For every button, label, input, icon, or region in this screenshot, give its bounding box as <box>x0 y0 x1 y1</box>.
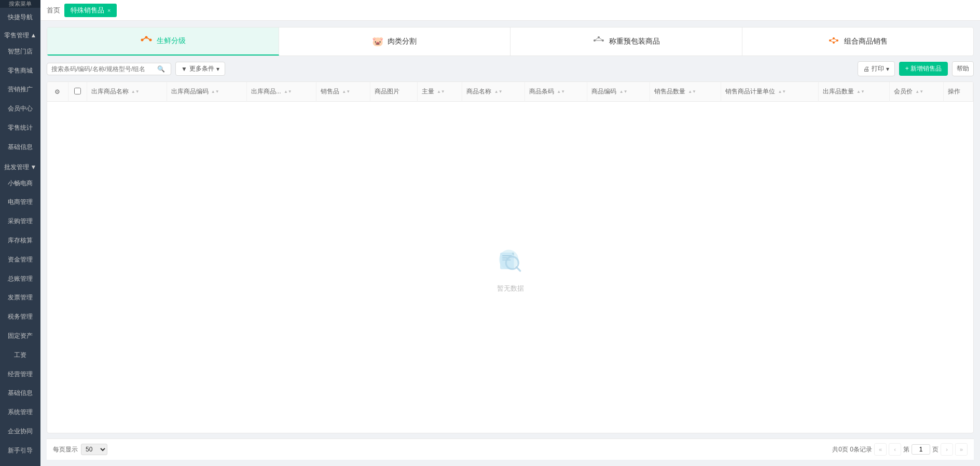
sidebar-item-ecom-mgmt[interactable]: 电商管理 <box>0 193 40 212</box>
sidebar-item-retail-stats[interactable]: 零售统计 <box>0 118 40 138</box>
sidebar-item-sys-mgmt[interactable]: 系统管理 <box>0 403 40 422</box>
data-table: ⚙ 出库商品名称 ▲▼ 出库商品编码 ▲▼ <box>47 82 973 102</box>
per-page-select[interactable]: 50 100 <box>81 444 107 455</box>
sidebar-item-purchase-mgmt[interactable]: 采购管理 <box>0 212 40 231</box>
th-product-name[interactable]: 商品名称 ▲▼ <box>462 82 524 102</box>
cat-tab-label: 肉类分割 <box>388 37 417 46</box>
filter-label: 更多条件 <box>189 64 214 73</box>
sidebar-item-labor[interactable]: 工资 <box>0 346 40 365</box>
th-outbound-code[interactable]: 出库商品编码 ▲▼ <box>167 82 246 102</box>
sidebar-item-label: 资金管理 <box>8 255 33 264</box>
sidebar-item-label: 采购管理 <box>8 217 33 226</box>
sidebar-item-label: 企业协同 <box>8 427 33 436</box>
sidebar-item-quick-nav[interactable]: 快捷导航 <box>0 8 40 27</box>
sidebar-item-basic-info[interactable]: 基础信息 <box>0 138 40 157</box>
sidebar-item-label: 电商管理 <box>8 198 33 207</box>
toolbar-right: 🖨 打印 ▾ + 新增销售品 帮助 <box>858 61 974 76</box>
category-tabs: 生鲜分级 🐷 肉类分割 称重预包装商品 <box>47 27 974 56</box>
sidebar-item-member-center[interactable]: 会员中心 <box>0 99 40 118</box>
tab-close-icon[interactable]: × <box>107 7 111 13</box>
cat-tab-label: 生鲜分级 <box>157 36 186 46</box>
th-outbound-spec[interactable]: 出库商品... ▲▼ <box>246 82 316 102</box>
sidebar-item-new-guide[interactable]: 新手引导 <box>0 441 40 460</box>
sort-arrows: ▲▼ <box>342 90 350 94</box>
cat-tab-label: 组合商品销售 <box>844 37 888 46</box>
svg-line-9 <box>599 37 603 40</box>
chevron-down-icon: ▼ <box>31 163 37 171</box>
sidebar-item-sales-promo[interactable]: 营销推广 <box>0 80 40 99</box>
th-member-price[interactable]: 会员价 ▲▼ <box>889 82 943 102</box>
sidebar-item-label: 税务管理 <box>8 312 33 321</box>
sidebar-item-inventory[interactable]: 库存核算 <box>0 231 40 250</box>
sort-arrows: ▲▼ <box>437 90 445 94</box>
sidebar-item-invoice-mgmt[interactable]: 发票管理 <box>0 288 40 307</box>
sidebar-item-retail-mgmt[interactable]: 零售管理 ▲ <box>0 27 40 42</box>
sidebar-item-batch-mgmt[interactable]: 批发管理 ▼ <box>0 159 40 174</box>
sidebar-logo[interactable]: 搜索菜单 <box>0 0 40 8</box>
svg-line-17 <box>834 40 837 43</box>
sort-arrows: ▲▼ <box>131 90 140 94</box>
main-content: 首页 特殊销售品 × 生鲜分级 <box>40 0 980 466</box>
help-button[interactable]: 帮助 <box>952 61 974 76</box>
sidebar-item-label: 新手引导 <box>8 446 33 455</box>
fresh-grade-icon <box>140 35 153 48</box>
print-button[interactable]: 🖨 打印 ▾ <box>858 61 895 76</box>
sidebar-item-basic-info2[interactable]: 基础信息 <box>0 383 40 403</box>
prev-page-button[interactable]: ‹ <box>889 443 901 456</box>
cat-tab-fresh-grade[interactable]: 生鲜分级 <box>47 28 279 56</box>
sidebar-item-capital-mgmt[interactable]: 资金管理 <box>0 250 40 269</box>
settings-icon[interactable]: ⚙ <box>0 460 40 466</box>
select-all-checkbox[interactable] <box>74 88 81 94</box>
svg-line-4 <box>146 37 150 40</box>
next-page-button[interactable]: › <box>941 443 953 456</box>
cat-tab-weigh-pack[interactable]: 称重预包装商品 <box>510 28 742 56</box>
sidebar-item-label: 快捷导航 <box>8 13 33 22</box>
th-sales-unit[interactable]: 销售商品计量单位 ▲▼ <box>721 82 819 102</box>
th-outbound-name[interactable]: 出库商品名称 ▲▼ <box>87 82 167 102</box>
sidebar: 搜索菜单 快捷导航 零售管理 ▲ 智慧门店 零售商城 营销推广 会员中心 零售统… <box>0 0 40 466</box>
sort-arrows: ▲▼ <box>619 90 628 94</box>
combo-sales-icon <box>827 35 840 48</box>
cat-tab-meat-cut[interactable]: 🐷 肉类分割 <box>279 28 511 56</box>
cat-tab-combo-sales[interactable]: 组合商品销售 <box>742 28 974 56</box>
sidebar-item-mini-ecom[interactable]: 小畅电商 <box>0 174 40 193</box>
filter-button[interactable]: ▼ 更多条件 ▾ <box>175 62 225 76</box>
settings-icon: ⚙ <box>54 88 60 95</box>
content-area: 生鲜分级 🐷 肉类分割 称重预包装商品 <box>40 21 980 466</box>
meat-cut-icon: 🐷 <box>372 36 383 47</box>
topbar-active-tab[interactable]: 特殊销售品 × <box>64 4 117 17</box>
th-main-unit[interactable]: 主量 ▲▼ <box>417 82 462 102</box>
print-label: 打印 <box>872 64 884 73</box>
th-checkbox[interactable] <box>68 82 87 102</box>
topbar-home-link[interactable]: 首页 <box>47 6 60 15</box>
last-page-button[interactable]: » <box>955 443 968 456</box>
th-product-barcode[interactable]: 商品条码 ▲▼ <box>524 82 587 102</box>
sidebar-item-corp-agreement[interactable]: 企业协同 <box>0 422 40 441</box>
sidebar-item-label: 系统管理 <box>8 408 33 417</box>
svg-line-15 <box>830 38 834 40</box>
sidebar-item-ops-mgmt[interactable]: 经营管理 <box>0 365 40 384</box>
add-label: + 新增销售品 <box>905 64 942 73</box>
sidebar-item-label: 零售商城 <box>8 66 33 75</box>
th-product-code[interactable]: 商品编码 ▲▼ <box>587 82 650 102</box>
sidebar-item-smart-store[interactable]: 智慧门店 <box>0 42 40 61</box>
sidebar-item-fixed-assets[interactable]: 固定资产 <box>0 326 40 346</box>
th-settings[interactable]: ⚙ <box>47 82 68 102</box>
search-input[interactable] <box>51 65 155 73</box>
sidebar-item-label: 批发管理 <box>4 163 29 172</box>
toolbar-left: 🔍 ▼ 更多条件 ▾ <box>47 62 225 76</box>
pagination-per-page: 每页显示 50 100 <box>53 444 107 455</box>
th-outbound-qty[interactable]: 出库品数量 ▲▼ <box>818 82 889 102</box>
add-product-button[interactable]: + 新增销售品 <box>899 62 948 76</box>
sidebar-item-tax-mgmt[interactable]: 税务管理 <box>0 307 40 326</box>
cat-tab-label: 称重预包装商品 <box>609 37 660 46</box>
page-number-input[interactable] <box>912 444 930 455</box>
sidebar-item-label: 总账管理 <box>8 275 33 283</box>
sidebar-item-label: 会员中心 <box>8 104 33 113</box>
first-page-button[interactable]: « <box>874 443 887 456</box>
svg-line-25 <box>516 267 520 271</box>
sidebar-item-retail-mall[interactable]: 零售商城 <box>0 61 40 80</box>
th-sales-item[interactable]: 销售品 ▲▼ <box>316 82 370 102</box>
sidebar-item-general-ledger[interactable]: 总账管理 <box>0 269 40 289</box>
th-sales-qty[interactable]: 销售品数量 ▲▼ <box>650 82 721 102</box>
